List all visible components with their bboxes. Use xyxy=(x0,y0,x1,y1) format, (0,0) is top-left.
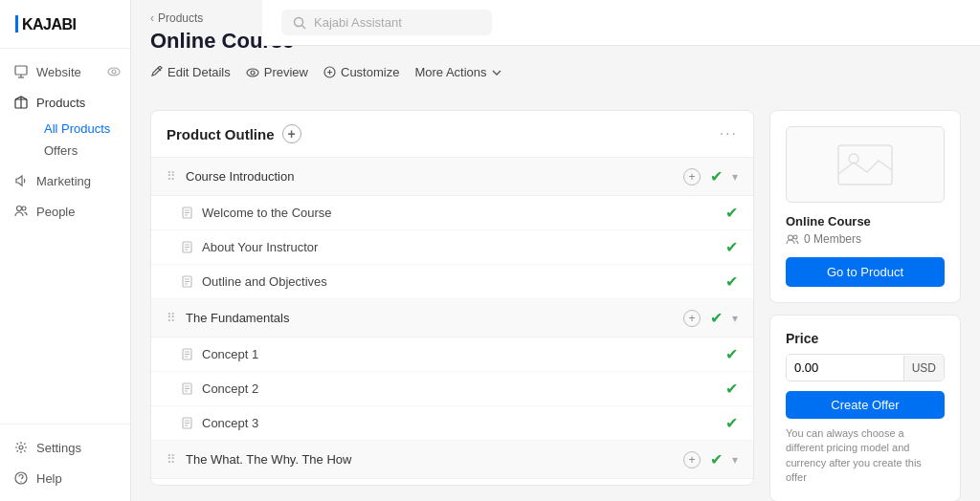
svg-point-51 xyxy=(793,235,797,239)
lesson-check-icon: ✔ xyxy=(725,204,738,222)
lesson-check-icon: ✔ xyxy=(725,380,738,398)
thumbnail-image-icon xyxy=(836,143,894,186)
sidebar-item-label-marketing: Marketing xyxy=(36,174,91,188)
outline-title: Product Outline + xyxy=(167,124,301,143)
svg-rect-2 xyxy=(15,66,27,75)
megaphone-icon xyxy=(13,173,29,188)
add-lesson-button[interactable]: + xyxy=(683,310,701,327)
sidebar-item-offers[interactable]: Offers xyxy=(36,140,130,162)
section-fundamentals: ⠿ The Fundamentals + ✔ ▾ xyxy=(151,299,753,338)
logo-text: KAJABI xyxy=(15,13,115,34)
search-placeholder: Kajabi Assistant xyxy=(314,15,402,30)
sidebar-item-products[interactable]: Products xyxy=(0,87,130,118)
section-chevron-icon[interactable]: ▾ xyxy=(732,312,738,325)
lesson-check-icon: ✔ xyxy=(725,414,738,432)
svg-rect-0 xyxy=(15,15,18,33)
lesson-concept1: Concept 1 ✔ xyxy=(151,338,753,372)
create-offer-button[interactable]: Create Offer xyxy=(786,391,945,419)
help-icon xyxy=(13,470,29,486)
section-chevron-icon[interactable]: ▾ xyxy=(732,453,738,467)
sidebar-item-people[interactable]: People xyxy=(0,196,130,227)
sidebar-navigation: Website Products All Products Offers Mar… xyxy=(0,49,130,424)
lesson-check-icon: ✔ xyxy=(725,238,738,256)
outline-panel: Product Outline + ··· ⠿ Course Introduct… xyxy=(150,110,754,486)
outline-more-button[interactable]: ··· xyxy=(720,125,738,142)
products-subnav: All Products Offers xyxy=(0,118,130,165)
svg-point-10 xyxy=(22,207,26,210)
members-icon xyxy=(786,234,799,245)
sidebar: KAJABI Website Products All Products Off… xyxy=(0,0,131,501)
settings-icon xyxy=(13,440,29,455)
section-name: Course Introduction xyxy=(186,169,674,184)
sidebar-item-label-help: Help xyxy=(36,471,62,486)
drag-handle-icon: ⠿ xyxy=(167,169,176,184)
svg-point-9 xyxy=(17,207,22,211)
product-name: Online Course xyxy=(786,214,945,229)
section-check-icon: ✔ xyxy=(710,167,723,185)
sidebar-item-help[interactable]: Help xyxy=(0,463,130,493)
svg-point-6 xyxy=(112,70,116,74)
drag-handle-icon: ⠿ xyxy=(167,452,176,467)
edit-details-button[interactable]: Edit Details xyxy=(150,61,231,83)
svg-point-5 xyxy=(108,68,120,76)
sidebar-item-label-people: People xyxy=(36,205,75,219)
members-row: 0 Members xyxy=(786,232,945,246)
lesson-instructor: About Your Instructor ✔ xyxy=(151,230,753,265)
lesson-concept3: Concept 3 ✔ xyxy=(151,406,753,441)
lesson-what: The What ✔ xyxy=(151,479,753,486)
edit-details-label: Edit Details xyxy=(167,65,231,79)
go-to-product-button[interactable]: Go to Product xyxy=(786,257,945,287)
section-check-icon: ✔ xyxy=(710,450,723,468)
svg-point-18 xyxy=(251,71,255,75)
document-icon xyxy=(182,382,192,395)
price-input[interactable] xyxy=(787,355,903,381)
search-bar[interactable]: Kajabi Assistant xyxy=(281,10,492,35)
preview-button[interactable]: Preview xyxy=(246,61,308,83)
sidebar-item-marketing[interactable]: Marketing xyxy=(0,165,130,196)
svg-point-11 xyxy=(19,446,23,449)
svg-point-13 xyxy=(20,481,21,482)
sidebar-item-website[interactable]: Website xyxy=(0,56,130,87)
price-card: Price USD Create Offer You can always ch… xyxy=(769,315,961,501)
customize-icon xyxy=(323,66,336,78)
document-icon xyxy=(182,275,192,288)
people-icon xyxy=(13,204,29,219)
document-icon xyxy=(182,207,192,219)
svg-point-14 xyxy=(295,17,303,26)
lesson-check-icon: ✔ xyxy=(725,345,738,363)
lesson-name: Concept 3 xyxy=(202,416,716,430)
svg-point-17 xyxy=(247,69,258,76)
kajabi-logo: KAJABI xyxy=(15,13,82,34)
add-section-button[interactable]: + xyxy=(282,124,301,143)
add-lesson-button[interactable]: + xyxy=(683,168,701,185)
section-what-why-how: ⠿ The What. The Why. The How + ✔ ▾ xyxy=(151,441,753,479)
members-count: 0 Members xyxy=(804,232,861,246)
section-check-icon: ✔ xyxy=(710,309,723,327)
lesson-concept2: Concept 2 ✔ xyxy=(151,372,753,406)
section-course-intro: ⠿ Course Introduction + ✔ ▾ xyxy=(151,158,753,196)
eye-icon xyxy=(107,65,121,78)
product-info-card: Online Course 0 Members Go to Product xyxy=(769,110,961,303)
section-name: The What. The Why. The How xyxy=(186,452,674,467)
more-actions-label: More Actions xyxy=(414,65,486,79)
add-lesson-button[interactable]: + xyxy=(683,451,701,468)
outline-header: Product Outline + ··· xyxy=(151,111,753,158)
content-area: Product Outline + ··· ⠿ Course Introduct… xyxy=(131,95,980,501)
breadcrumb-link[interactable]: Products xyxy=(158,11,203,25)
chevron-down-icon xyxy=(492,70,501,76)
search-icon xyxy=(293,16,306,30)
sidebar-item-all-products[interactable]: All Products xyxy=(36,118,130,140)
document-icon xyxy=(182,241,192,253)
svg-point-50 xyxy=(789,235,793,240)
customize-button[interactable]: Customize xyxy=(323,61,399,83)
sidebar-item-settings[interactable]: Settings xyxy=(0,432,130,463)
lesson-name: Concept 2 xyxy=(202,381,716,396)
sidebar-item-label-settings: Settings xyxy=(36,441,81,455)
svg-text:KAJABI: KAJABI xyxy=(22,16,77,33)
more-actions-button[interactable]: More Actions xyxy=(414,61,501,83)
sidebar-item-label-website: Website xyxy=(36,65,81,79)
lesson-check-icon: ✔ xyxy=(725,272,738,291)
section-chevron-icon[interactable]: ▾ xyxy=(732,170,738,184)
customize-label: Customize xyxy=(341,65,399,79)
drag-handle-icon: ⠿ xyxy=(167,311,176,325)
